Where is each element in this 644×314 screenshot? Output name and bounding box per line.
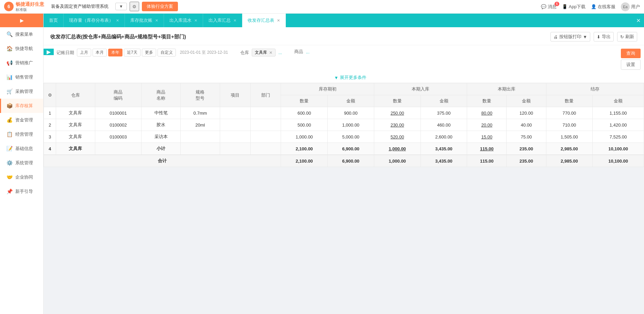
cell-out-qty[interactable]: 115.00 [467, 143, 507, 155]
in-qty-link[interactable]: 520.00 [391, 134, 404, 139]
th-goods-code: 商品编码 [95, 83, 142, 107]
tab-close-icon[interactable]: ✕ [116, 18, 119, 23]
th-open-qty: 数量 [281, 95, 328, 107]
sidebar-item-quicknav[interactable]: 🏠 快捷导航 [0, 42, 43, 56]
sidebar-item-marketing[interactable]: 📢 营销推广 [0, 56, 43, 70]
warehouse-ellipsis[interactable]: ... [278, 50, 282, 55]
tab-close-all[interactable]: ✕ [636, 17, 641, 24]
trial-button[interactable]: 体验行业方案 [142, 2, 178, 11]
export-button[interactable]: ⬇ 导出 [594, 32, 614, 42]
goods-ellipsis[interactable]: ... [306, 49, 310, 54]
sidebar-item-system[interactable]: ⚙️ 系统管理 [0, 156, 43, 170]
out-qty-link[interactable]: 20.00 [481, 122, 493, 128]
in-qty-link[interactable]: 1,000.00 [389, 146, 406, 151]
th-settings[interactable]: ⚙ [44, 83, 56, 107]
expand-row: ▼ 展开更多条件 [56, 75, 644, 81]
th-out-qty: 数量 [467, 95, 507, 107]
tab-inventory-dist[interactable]: 现存量（库存分布表） ✕ [64, 14, 125, 27]
cell-out-amt: 120.00 [507, 107, 546, 119]
in-qty-link[interactable]: 250.00 [391, 111, 404, 116]
total-in-qty: 1,000.00 [374, 155, 420, 167]
expand-conditions-button[interactable]: ▼ 展开更多条件 [56, 75, 644, 81]
th-opening-group: 库存期初 [281, 83, 374, 95]
total-row: 合计 2,100.00 6,900.00 1,000.00 3,435.00 1… [44, 155, 644, 167]
service-icon: 👤 [591, 4, 596, 9]
tab-close-icon[interactable]: ✕ [155, 18, 158, 23]
dropdown-arrow: ▼ [119, 4, 123, 9]
tab-close-icon[interactable]: ✕ [233, 18, 236, 23]
page-content: 收发存汇总表(按仓库+商品编码+商品+规格型号+项目+部门) 🖨 按钮版打印 ▼… [44, 27, 644, 314]
cell-close-qty: 2,985.00 [546, 143, 593, 155]
sidebar-logo-icon: ▶ [20, 18, 23, 23]
cell-in-qty[interactable]: 1,000.00 [374, 143, 420, 155]
date-btn-more[interactable]: 更多 [142, 49, 156, 56]
sidebar-item-operations[interactable]: 📋 经营管理 [0, 127, 43, 142]
cell-in-qty[interactable]: 250.00 [374, 107, 420, 119]
filter-toggle-button[interactable]: ▶ [44, 49, 54, 55]
total-out-qty: 115.00 [467, 155, 507, 167]
sidebar-item-label: 系统管理 [15, 160, 33, 166]
sidebar-item-purchase[interactable]: 🛒 采购管理 [0, 84, 43, 99]
message-item[interactable]: 💬 消息 6 [541, 4, 557, 10]
purchase-icon: 🛒 [6, 88, 13, 95]
tab-close-active-icon[interactable]: ✕ [277, 18, 280, 23]
in-qty-link[interactable]: 230.00 [391, 122, 404, 128]
logo-icon: 6 [4, 2, 14, 11]
sidebar-item-sales[interactable]: 📊 销售管理 [0, 70, 43, 84]
warehouse-tag-close[interactable]: ✕ [269, 50, 273, 55]
cell-out-qty[interactable]: 80.00 [467, 107, 507, 119]
tab-home-label: 首页 [49, 17, 58, 23]
logo-main: 畅捷通好生意 [16, 1, 44, 7]
cell-open-amt: 5,000.00 [328, 131, 374, 143]
cell-num: 3 [44, 131, 56, 143]
cell-out-qty[interactable]: 20.00 [467, 119, 507, 131]
tab-close-icon[interactable]: ✕ [194, 18, 197, 23]
cell-open-qty: 1,000.00 [281, 131, 328, 143]
guide-icon: 📌 [6, 188, 13, 195]
settings-button[interactable]: ⚙ [130, 2, 139, 11]
user-item[interactable]: Ea 用户 [621, 2, 640, 11]
cooperation-icon: 🤝 [6, 174, 13, 180]
sidebar-item-finance[interactable]: 💰 资金管理 [0, 113, 43, 127]
th-close-qty: 数量 [546, 95, 593, 107]
tab-batch[interactable]: 库存批次账 ✕ [125, 14, 164, 27]
query-button[interactable]: 查询 [621, 49, 641, 58]
out-qty-link[interactable]: 115.00 [480, 146, 494, 151]
refresh-button[interactable]: ↻ 刷新 [617, 32, 637, 42]
sidebar-item-guide[interactable]: 📌 新手引导 [0, 184, 43, 199]
set-button[interactable]: 设置 [621, 60, 641, 70]
th-closing-group: 结存 [546, 83, 644, 95]
sidebar-item-inventory[interactable]: 📦 库存核算 [0, 99, 43, 113]
cell-in-qty[interactable]: 230.00 [374, 119, 420, 131]
system-dropdown[interactable]: ▼ [115, 3, 127, 10]
tab-inout-summary[interactable]: 出入库汇总 ✕ [203, 14, 242, 27]
date-btn-this-year[interactable]: 本年 [108, 49, 122, 56]
warehouse-tag[interactable]: 文具库 ✕ [252, 49, 276, 56]
print-button[interactable]: 🖨 按钮版打印 ▼ [550, 32, 590, 42]
th-department: 部门 [250, 83, 281, 107]
out-qty-link[interactable]: 80.00 [481, 111, 493, 116]
cell-num: 1 [44, 107, 56, 119]
tab-home[interactable]: 首页 [44, 14, 64, 27]
date-btn-7days[interactable]: 近7天 [124, 49, 141, 56]
tab-recv-summary[interactable]: 收发存汇总表 ✕ [242, 14, 286, 27]
sidebar-item-search[interactable]: 🔍 搜索菜单 [0, 27, 43, 42]
goods-filter-col: 商品 ... [294, 49, 310, 55]
finance-icon: 💰 [6, 117, 13, 123]
sidebar-item-basic[interactable]: 📝 基础信息 [0, 142, 43, 156]
out-qty-link[interactable]: 15.00 [481, 134, 493, 139]
date-btn-this-month[interactable]: 本月 [93, 49, 107, 56]
sidebar-item-cooperation[interactable]: 🤝 企业协同 [0, 170, 43, 184]
th-goods-spec: 规格型号 [180, 83, 220, 107]
search-icon: 🔍 [6, 31, 13, 37]
cell-in-qty[interactable]: 520.00 [374, 131, 420, 143]
top-bar-left: 6 畅捷通好生意 标准版 装备及固定资产辅助管理系统 ▼ ⚙ 体验行业方案 [4, 1, 178, 12]
tab-inout-flow[interactable]: 出入库流水 ✕ [164, 14, 203, 27]
online-service-item[interactable]: 👤 在线客服 [591, 4, 615, 10]
app-download-item[interactable]: 📱 App下载 [562, 4, 585, 10]
date-btn-last-month[interactable]: 上月 [77, 49, 91, 56]
app-download-label: App下载 [569, 4, 585, 10]
sidebar-item-label: 基础信息 [15, 146, 33, 152]
date-btn-custom[interactable]: 自定义 [158, 49, 176, 56]
cell-out-qty[interactable]: 15.00 [467, 131, 507, 143]
